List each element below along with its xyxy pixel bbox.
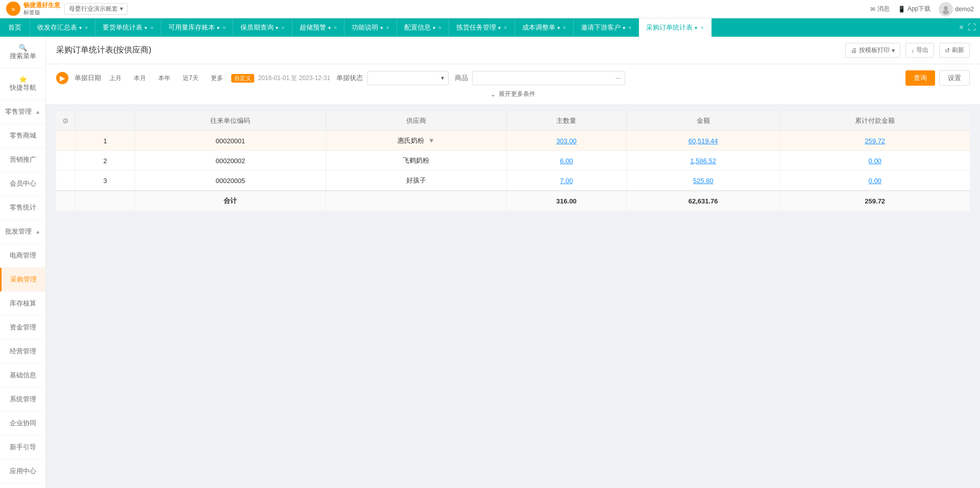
tab-warranty-query[interactable]: 保质期查询 ▾ × (233, 18, 292, 37)
filter-toggle-btn[interactable]: ▶ (56, 72, 68, 84)
message-label: 消息 (877, 5, 890, 13)
status-label: 单据状态 (336, 73, 363, 83)
date-btn-this-year[interactable]: 本年 (154, 73, 175, 84)
sidebar-item-purchase[interactable]: 采购管理 (0, 268, 45, 292)
sidebar-item-marketing[interactable]: 营销推广 (0, 148, 45, 172)
main-qty-link[interactable]: 6.00 (560, 157, 573, 165)
date-filter-field: 单据日期 上月 本月 本年 近7天 更多 自定义 2016-01-01 至 20… (75, 73, 330, 84)
close-icon[interactable]: × (85, 24, 88, 31)
close-icon[interactable]: × (386, 24, 389, 31)
tab-invite-label: 邀请下游客户 (581, 23, 621, 32)
status-filter-field: 单据状态 ▾ (336, 71, 449, 85)
close-icon[interactable]: × (504, 24, 507, 31)
message-btn[interactable]: ✉ 消息 (870, 5, 890, 13)
row-supplier-name-cell: 惠氏奶粉 ▼ (326, 131, 506, 151)
settings-gear-icon[interactable]: ⚙ (62, 117, 69, 125)
sidebar-item-finance[interactable]: 资金管理 (0, 316, 45, 340)
query-button[interactable]: 查询 (905, 70, 935, 86)
amount-link[interactable]: 1,586.52 (690, 157, 716, 165)
close-icon[interactable]: × (700, 24, 703, 31)
expand-icon: ▲ (35, 229, 40, 235)
expand-more-label: 展开更多条件 (499, 90, 535, 98)
close-icon[interactable]: × (281, 24, 284, 31)
sidebar-item-retail[interactable]: 零售管理 ▲ (0, 100, 45, 124)
sidebar-item-member[interactable]: 会员中心 (0, 172, 45, 196)
tab-home[interactable]: 首页 (0, 18, 30, 37)
top-bar: G 畅捷通好生意 标签版 母婴行业演示账套 ▾ ✉ 消息 📱 App下载 dem… (0, 0, 980, 18)
sidebar-item-search[interactable]: 🔍 搜索菜单 (0, 37, 45, 68)
tab-requisition[interactable]: 要货单统计表 ▾ × (95, 18, 161, 37)
status-select[interactable]: ▾ (367, 71, 449, 85)
tab-pick-task[interactable]: 拣货任务管理 ▾ × (449, 18, 514, 37)
row-paid-amount-cell: 259.72 (780, 131, 970, 151)
template-print-button[interactable]: 🖨 按模板打印 ▾ (845, 43, 900, 58)
filter-area: ▶ 单据日期 上月 本月 本年 近7天 更多 自定义 2016-01-01 至 … (46, 64, 980, 105)
nav-tabs: 首页 收发存汇总表 ▾ × 要货单统计表 ▾ × 可用量库存账本 ▾ × 保质期… (0, 18, 980, 37)
tab-receive-send-label: 收发存汇总表 (37, 23, 77, 32)
sidebar-item-shortcut[interactable]: ⭐ 快捷导航 (0, 68, 45, 100)
sidebar-item-app-center[interactable]: 应用中心 (0, 459, 45, 483)
sidebar-item-operation[interactable]: 经营管理 (0, 340, 45, 364)
tab-receive-send[interactable]: 收发存汇总表 ▾ × (30, 18, 95, 37)
amount-link[interactable]: 60,519.44 (689, 137, 718, 145)
amount-link[interactable]: 525.80 (693, 177, 714, 185)
date-label: 单据日期 (75, 73, 101, 83)
date-btn-last-month[interactable]: 上月 (105, 73, 126, 84)
print-icon: 🖨 (851, 47, 857, 54)
row-settings-cell (56, 171, 76, 191)
sidebar-item-enterprise-wechat[interactable]: 企业微信 (0, 483, 45, 488)
settings-button[interactable]: 设置 (939, 70, 970, 86)
paid-amount-link[interactable]: 259.72 (865, 137, 885, 145)
tab-purchase-summary[interactable]: 采购订单统计表 ▾ × (639, 18, 711, 37)
tab-warranty-label: 保质期查询 (240, 23, 274, 32)
fullscreen-icon[interactable]: ⛶ (968, 23, 976, 32)
paid-amount-link[interactable]: 0.00 (869, 157, 881, 165)
table-container: ⚙ 往来单位编码 供应商 主数量 金额 (46, 105, 980, 488)
sidebar-item-basic-info[interactable]: 基础信息 (0, 364, 45, 388)
user-area[interactable]: demo2 (939, 2, 974, 16)
tab-inventory-account[interactable]: 可用量库存账本 ▾ × (161, 18, 233, 37)
close-icon[interactable]: × (628, 24, 631, 31)
tab-cost-adjust[interactable]: 成本调整单 ▾ × (515, 18, 574, 37)
close-tab-btn[interactable]: × (959, 23, 964, 32)
goods-input[interactable]: ··· (472, 71, 625, 85)
main-qty-link[interactable]: 7.00 (560, 177, 573, 185)
supplier-name-col-header: 供应商 (326, 111, 506, 131)
tab-overstock-label: 超储预警 (300, 23, 326, 32)
close-icon[interactable]: × (150, 24, 153, 31)
workspace-selector[interactable]: 母婴行业演示账套 ▾ (64, 3, 128, 15)
tab-config[interactable]: 配置信息 ▾ × (397, 18, 449, 37)
sidebar-item-retail-mall[interactable]: 零售商城 (0, 124, 45, 148)
export-button[interactable]: ↓ 导出 (905, 43, 934, 58)
table-footer-row: 合计 316.00 62,631.76 259.72 (56, 191, 970, 211)
refresh-button[interactable]: ↺ 刷新 (939, 43, 970, 58)
chevron-down-icon: ▾ (498, 25, 501, 31)
tab-overstock[interactable]: 超储预警 ▾ × (292, 18, 345, 37)
date-btn-more[interactable]: 更多 (207, 73, 227, 84)
sidebar-item-system[interactable]: 系统管理 (0, 388, 45, 412)
tab-invite[interactable]: 邀请下游客户 ▾ × (574, 18, 639, 37)
sidebar-item-enterprise[interactable]: 企业协同 (0, 412, 45, 435)
sidebar-item-wholesale[interactable]: 批发管理 ▲ (0, 220, 45, 244)
close-icon[interactable]: × (563, 24, 566, 31)
sidebar-item-retail-stats[interactable]: 零售统计 (0, 196, 45, 220)
close-icon[interactable]: × (334, 24, 337, 31)
expand-more-btn[interactable]: ⌄ 展开更多条件 (56, 90, 970, 98)
tab-cost-adjust-label: 成本调整单 (522, 23, 555, 32)
chevron-down-icon: ▾ (433, 25, 435, 31)
tab-function[interactable]: 功能说明 ▾ × (345, 18, 397, 37)
paid-amount-link[interactable]: 0.00 (869, 177, 881, 185)
app-download-btn[interactable]: 📱 App下载 (898, 5, 930, 13)
page-actions: 🖨 按模板打印 ▾ ↓ 导出 ↺ 刷新 (845, 43, 970, 58)
sidebar-item-ecommerce[interactable]: 电商管理 (0, 244, 45, 268)
close-icon[interactable]: × (438, 24, 442, 31)
logo-sub: 标签版 (23, 9, 60, 16)
date-btn-7days[interactable]: 近7天 (179, 73, 203, 84)
date-btn-this-month[interactable]: 本月 (130, 73, 150, 84)
sidebar-item-inventory[interactable]: 库存核算 (0, 292, 45, 316)
page-header: 采购订单统计表(按供应商) 🖨 按模板打印 ▾ ↓ 导出 ↺ 刷新 (46, 37, 980, 64)
main-qty-link[interactable]: 303.00 (556, 137, 577, 145)
sidebar-item-new-guide[interactable]: 新手引导 (0, 435, 45, 459)
data-table: ⚙ 往来单位编码 供应商 主数量 金额 (56, 111, 970, 211)
close-icon[interactable]: × (223, 24, 226, 31)
